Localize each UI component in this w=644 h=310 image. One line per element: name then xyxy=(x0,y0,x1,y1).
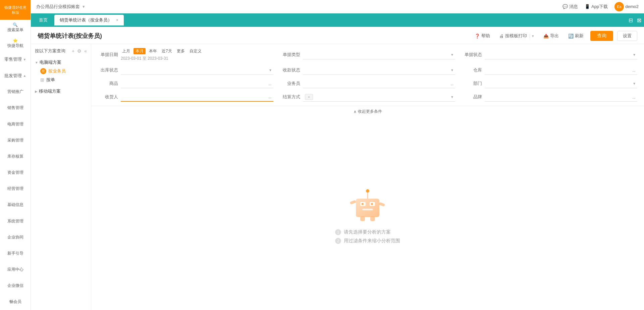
sidebar-item-wholesale[interactable]: 批发管理 ▲ xyxy=(0,67,31,84)
sidebar-search[interactable]: 🔍 搜索菜单 xyxy=(0,20,31,36)
filter-section: 按以下方案查询 + ⚙ « ▼ 电脑端方案 按 xyxy=(31,44,644,310)
settlement-tag-close[interactable]: × xyxy=(308,95,310,99)
sidebar-item-retail[interactable]: 零售管理 ▼ xyxy=(0,51,31,67)
sidebar-item-wechat[interactable]: 企业微信 xyxy=(0,278,31,294)
brand-dots-icon[interactable]: ... xyxy=(632,94,635,100)
sidebar-item-ecommerce-label: 电商管理 xyxy=(7,121,23,127)
query-button[interactable]: 查询 xyxy=(590,31,613,41)
brand-select[interactable]: ... xyxy=(485,92,637,102)
receiver-label: 收货人 xyxy=(98,94,118,100)
scheme-collapse-icon[interactable]: « xyxy=(84,48,87,54)
svg-rect-11 xyxy=(370,216,375,221)
scheme-add-icon[interactable]: + xyxy=(72,48,74,54)
step1-num: 1 xyxy=(335,229,341,235)
tabbar: 首页 销货单统计表（按业务员） × ⊟ ⊠ xyxy=(31,13,644,27)
refresh-btn[interactable]: 🔄 刷新 xyxy=(566,32,586,40)
set-button[interactable]: 设置 xyxy=(617,31,637,41)
help-btn[interactable]: ❓ 帮助 xyxy=(472,32,493,40)
doctype-select[interactable]: ▾ xyxy=(303,50,455,59)
sidebar-quick-nav[interactable]: ⭐ 快捷导航 xyxy=(0,36,31,51)
settlement-label: 结算方式 xyxy=(280,94,300,100)
app-download-btn[interactable]: 📱 App下载 xyxy=(585,4,608,10)
product-dots-icon[interactable]: ... xyxy=(268,81,271,86)
tab-close-icon[interactable]: × xyxy=(116,18,118,22)
docstatus-chevron-icon: ▾ xyxy=(633,52,635,57)
message-btn[interactable]: 💬 消息 xyxy=(562,4,578,10)
salesperson-dots-icon[interactable]: ... xyxy=(450,81,453,86)
settlement-tags: × xyxy=(305,94,451,100)
sidebar-item-enterprise[interactable]: 企业协同 xyxy=(0,229,31,245)
scheme-group-mobile-header[interactable]: ▶ 移动端方案 xyxy=(31,87,91,96)
sidebar-item-inventory[interactable]: 库存核算 xyxy=(0,148,31,164)
app-download-label: App下载 xyxy=(591,4,608,10)
page: 销货单统计表(按业务员) ❓ 帮助 🖨 按模板打印 ▾ 📤 导出 xyxy=(31,27,644,310)
sidebar-item-purchase[interactable]: 采购管理 xyxy=(0,132,31,148)
scheme-group-desktop-header[interactable]: ▼ 电脑端方案 xyxy=(31,58,91,67)
docstatus-select[interactable]: ▾ xyxy=(485,50,637,59)
print-btn[interactable]: 🖨 按模板打印 ▾ xyxy=(497,32,537,40)
sidebar-item-basic-label: 基础信息 xyxy=(7,202,23,208)
date-btn-custom[interactable]: 自定义 xyxy=(188,48,203,54)
date-btn-thisyear[interactable]: 本年 xyxy=(148,48,158,54)
settlement-select[interactable]: × ▾ xyxy=(303,92,455,102)
receiver-select[interactable]: ... xyxy=(121,92,273,102)
empty-text: 1 请先选择要分析的方案 2 用过滤条件来缩小分析范围 xyxy=(335,229,400,244)
tab-home[interactable]: 首页 xyxy=(34,15,53,25)
date-btn-7days[interactable]: 近7天 xyxy=(160,48,173,54)
tab-maximize-icon[interactable]: ⊠ xyxy=(637,17,641,23)
sidebar-item-finance[interactable]: 资金管理 xyxy=(0,164,31,180)
sidebar-item-marketing[interactable]: 营销推广 xyxy=(0,84,31,100)
scheme-sub-order[interactable]: ⊞ 按单 xyxy=(31,75,91,84)
tab-sales-stat[interactable]: 销货单统计表（按业务员） × xyxy=(54,15,124,25)
doctype-chevron-icon: ▾ xyxy=(451,52,453,57)
user-menu[interactable]: Ea demo2 xyxy=(614,2,639,11)
settlement-chevron-icon: ▾ xyxy=(451,95,453,99)
salesperson-label: 业务员 xyxy=(280,81,300,87)
export-btn[interactable]: 📤 导出 xyxy=(541,32,561,40)
refresh-label: 刷新 xyxy=(575,33,584,39)
scheme-panel: 按以下方案查询 + ⚙ « ▼ 电脑端方案 按 xyxy=(31,44,91,310)
sidebar-item-sales[interactable]: 销售管理 xyxy=(0,100,31,116)
sidebar-item-wholesale-label: 批发管理 xyxy=(4,73,22,79)
scheme-settings-icon[interactable]: ⚙ xyxy=(77,48,82,54)
sidebar-item-appstore[interactable]: 应用中心 xyxy=(0,262,31,278)
svg-rect-0 xyxy=(356,199,379,217)
warehouse-dots-icon[interactable]: ... xyxy=(632,67,635,73)
tab-minimize-icon[interactable]: ⊟ xyxy=(629,17,633,23)
receiptstatus-select[interactable]: ▾ xyxy=(303,65,455,75)
svg-rect-3 xyxy=(362,203,364,205)
print-dropdown-arrow[interactable]: ▾ xyxy=(530,34,534,38)
logo-text: 畅捷通好生意 标版 xyxy=(4,5,26,15)
department-select[interactable]: ▾ xyxy=(485,79,637,88)
filter-row-date: 单据日期 上月 本月 本年 近7天 更多 自定义 20 xyxy=(98,48,273,61)
date-btn-lastmonth[interactable]: 上月 xyxy=(121,48,131,54)
receiver-dots-icon[interactable]: ... xyxy=(268,94,271,99)
sidebar-item-basic[interactable]: 基础信息 xyxy=(0,197,31,213)
sidebar-item-enterprise-label: 企业协同 xyxy=(7,235,23,240)
salesperson-scheme-label: 按业务员 xyxy=(48,68,66,74)
outstatus-select[interactable]: ▾ xyxy=(121,65,273,75)
scheme-sub-salesperson[interactable]: 按 按业务员 xyxy=(31,67,91,75)
filter-row-outstatus: 出库状态 ▾ xyxy=(98,65,273,75)
svg-rect-6 xyxy=(350,200,357,205)
sidebar-item-newbie[interactable]: 新手引导 xyxy=(0,245,31,261)
sidebar-item-ecommerce[interactable]: 电商管理 xyxy=(0,116,31,132)
print-icon: 🖨 xyxy=(499,34,504,39)
date-btn-thismonth[interactable]: 本月 xyxy=(133,48,146,54)
sidebar-item-system[interactable]: 系统管理 xyxy=(0,213,31,229)
collapse-btn[interactable]: ∧ 收起更多条件 xyxy=(91,106,644,117)
doctype-label: 单据类型 xyxy=(280,52,300,58)
warehouse-select[interactable]: ... xyxy=(485,65,637,75)
date-btn-more[interactable]: 更多 xyxy=(175,48,186,54)
company-dropdown-icon[interactable]: ▾ xyxy=(83,4,85,9)
help-icon: ❓ xyxy=(475,34,480,39)
sidebar-item-operation[interactable]: 经营管理 xyxy=(0,181,31,197)
app-logo[interactable]: 畅捷通好生意 标版 xyxy=(0,0,31,20)
scheme-header-icons: + ⚙ « xyxy=(72,48,87,54)
collapse-label: 收起更多条件 xyxy=(358,109,382,114)
sidebar-item-member[interactable]: 畅会员 xyxy=(0,294,31,310)
export-label: 导出 xyxy=(550,33,559,39)
salesperson-select[interactable]: ... xyxy=(303,79,455,88)
filter-right: 单据日期 上月 本月 本年 近7天 更多 自定义 20 xyxy=(91,44,644,310)
product-select[interactable]: ... xyxy=(121,79,273,88)
